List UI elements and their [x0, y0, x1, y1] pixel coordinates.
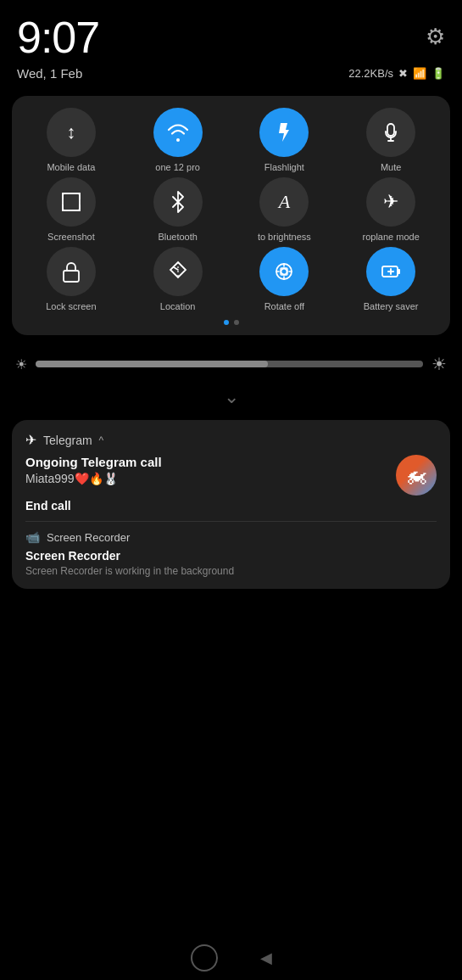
qs-mobile-data[interactable]: ↕ Mobile data	[20, 108, 122, 172]
telegram-notif-body: ✈ Telegram ^ Ongoing Telegram call Miata…	[25, 432, 437, 512]
telegram-app-name: Telegram	[43, 434, 92, 447]
qs-location-icon	[153, 247, 203, 296]
brightness-track[interactable]	[36, 361, 423, 367]
quick-settings-grid: ↕ Mobile data one 12 pro Flashlight	[20, 108, 442, 311]
screen-recorder-app-name: Screen Recorder	[47, 531, 130, 544]
page-dots	[20, 320, 442, 325]
sim-icon: ✖	[398, 67, 408, 80]
qs-battery-saver-icon	[366, 247, 415, 296]
brightness-row[interactable]: ☀ ☀	[0, 340, 462, 381]
qs-battery-saver-label: Battery saver	[364, 301, 419, 311]
status-icons: 22.2KB/s ✖ 📶 🔋	[348, 67, 445, 80]
qs-screenshot[interactable]: Screenshot	[20, 177, 122, 242]
qs-lock-screen-icon	[47, 247, 96, 296]
status-bar: 9:07 ⚙	[0, 0, 462, 66]
qs-mobile-data-label: Mobile data	[47, 162, 95, 172]
qs-wifi[interactable]: one 12 pro	[127, 108, 229, 172]
status-row: Wed, 1 Feb 22.2KB/s ✖ 📶 🔋	[0, 66, 462, 91]
screen-recorder-title: Screen Recorder	[25, 549, 437, 563]
qs-bluetooth[interactable]: Bluetooth	[127, 177, 229, 242]
svg-rect-12	[398, 269, 400, 274]
screen-recorder-icon: 📹	[25, 530, 40, 544]
screen-recorder-notification[interactable]: 📹 Screen Recorder Screen Recorder Screen…	[25, 530, 437, 577]
clock: 9:07	[17, 15, 99, 59]
settings-icon[interactable]: ⚙	[426, 24, 445, 50]
qs-rotate-off-icon	[259, 247, 309, 296]
qs-rotate-off[interactable]: Rotate off	[234, 247, 336, 311]
brightness-high-icon: ☀	[431, 354, 447, 374]
qs-auto-brightness-label: to brightness	[258, 232, 311, 242]
qs-location[interactable]: Location	[127, 247, 229, 311]
telegram-icon: ✈	[25, 432, 36, 448]
qs-flashlight-label: Flashlight	[264, 162, 304, 172]
telegram-avatar: 🏍	[396, 455, 437, 496]
bottom-nav: ◀	[0, 944, 462, 972]
chevron-down-icon[interactable]: ⌄	[224, 386, 239, 408]
qs-battery-saver[interactable]: Battery saver	[340, 247, 442, 311]
telegram-call-title: Ongoing Telegram call	[25, 455, 162, 469]
date-label: Wed, 1 Feb	[17, 66, 82, 81]
qs-mobile-data-icon: ↕	[47, 108, 96, 157]
qs-airplane-label: roplane mode	[362, 232, 419, 242]
qs-wifi-icon	[153, 108, 203, 157]
qs-rotate-off-label: Rotate off	[264, 301, 305, 311]
telegram-expand-icon: ^	[99, 434, 104, 446]
qs-lock-screen-label: Lock screen	[46, 301, 96, 311]
chevron-row[interactable]: ⌄	[0, 381, 462, 417]
network-speed: 22.2KB/s	[348, 67, 393, 80]
end-call-button[interactable]: End call	[25, 494, 162, 512]
quick-settings-panel: ↕ Mobile data one 12 pro Flashlight	[12, 96, 450, 335]
qs-airplane[interactable]: ✈ roplane mode	[340, 177, 442, 242]
home-button[interactable]	[191, 944, 218, 972]
qs-bluetooth-icon	[153, 177, 203, 227]
screen-recorder-body: Screen Recorder is working in the backgr…	[25, 565, 437, 577]
battery-icon: 🔋	[431, 67, 445, 80]
dot-2	[234, 320, 239, 325]
svg-point-5	[281, 269, 287, 275]
qs-flashlight[interactable]: Flashlight	[234, 108, 336, 172]
qs-auto-brightness-icon: A	[259, 177, 309, 227]
qs-screenshot-icon	[47, 177, 96, 227]
screen-recorder-header: 📹 Screen Recorder	[25, 530, 437, 544]
qs-bluetooth-label: Bluetooth	[158, 232, 197, 242]
qs-mute[interactable]: Mute	[340, 108, 442, 172]
qs-mute-icon	[366, 108, 415, 157]
wifi-status-icon: 📶	[413, 67, 426, 80]
qs-auto-brightness[interactable]: A to brightness	[234, 177, 336, 242]
qs-airplane-icon: ✈	[366, 177, 415, 227]
brightness-fill	[36, 361, 268, 367]
svg-rect-2	[63, 193, 80, 210]
qs-screenshot-label: Screenshot	[47, 232, 95, 242]
qs-wifi-label: one 12 pro	[155, 162, 200, 172]
telegram-notif-header: ✈ Telegram ^	[25, 432, 437, 448]
qs-flashlight-icon	[259, 108, 309, 157]
back-button[interactable]: ◀	[260, 949, 272, 967]
svg-rect-3	[64, 271, 79, 282]
telegram-notification[interactable]: ✈ Telegram ^ Ongoing Telegram call Miata…	[12, 420, 450, 589]
brightness-low-icon: ☀	[15, 356, 27, 372]
notification-divider	[25, 521, 437, 522]
qs-mute-label: Mute	[381, 162, 401, 172]
telegram-call-subtitle: Miata999❤️🔥🐰	[25, 472, 162, 485]
dot-1	[224, 320, 229, 325]
qs-lock-screen[interactable]: Lock screen	[20, 247, 122, 311]
qs-location-label: Location	[160, 301, 196, 311]
